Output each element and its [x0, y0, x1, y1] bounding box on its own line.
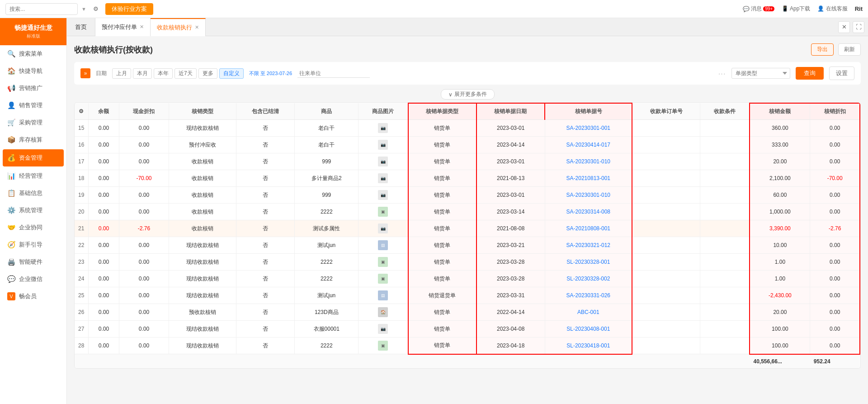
service-icon: 👤	[817, 5, 824, 12]
bill-no-link[interactable]: SA-20210808-001	[566, 225, 610, 232]
date-btn-more[interactable]: 更多	[198, 68, 217, 79]
nav-item-inventory[interactable]: 📦 库存核算	[0, 131, 66, 148]
tab-writeoff[interactable]: 收款核销执行 ✕	[151, 18, 206, 36]
export-btn[interactable]: 导出	[811, 43, 834, 56]
tab-close-btn[interactable]: ✕	[838, 21, 850, 33]
bill-no-link[interactable]: SA-20230314-008	[566, 209, 610, 215]
bill-no-link[interactable]: SA-20230301-010	[566, 158, 610, 165]
tab-expand-btn[interactable]: ⛶	[853, 21, 864, 33]
marketing-icon: 📢	[7, 84, 15, 92]
nav-item-system[interactable]: ⚙️ 系统管理	[0, 202, 66, 219]
expand-more-btn[interactable]: ∨ 展开更多条件	[441, 89, 495, 100]
logo-area: 畅捷通好生意 标准版	[0, 18, 66, 45]
th-amount: 核销金额	[750, 103, 810, 120]
member-icon: V	[7, 292, 15, 300]
refresh-btn[interactable]: 刷新	[838, 43, 861, 56]
cell-img: 🏠	[359, 304, 408, 321]
nav-item-member[interactable]: V 畅会员	[0, 288, 66, 305]
type-select[interactable]: 单据类型	[731, 68, 790, 79]
th-settings: ⚙	[75, 103, 88, 120]
search-input[interactable]	[5, 3, 78, 15]
table-header: ⚙ 余额 现金折扣 核销类型 包含已结清 商品 商品图片 核销单据类型 核销单据…	[75, 103, 860, 120]
cell-writeoff: 0.00	[810, 153, 860, 170]
cell-balance: 0.00	[88, 204, 119, 220]
cell-bill-no: SA-20210808-001	[545, 220, 632, 237]
nav-item-marketing[interactable]: 📢 营销推广	[0, 80, 66, 97]
nav-item-sales[interactable]: 👤 销售管理	[0, 97, 66, 114]
industry-btn[interactable]: 休验行业方案	[105, 3, 153, 15]
nav-item-basic[interactable]: 📋 基础信息	[0, 185, 66, 202]
cell-settled: 否	[236, 137, 295, 153]
cell-bill-no: SA-20230301-001	[545, 120, 632, 137]
date-btn-last-month[interactable]: 上月	[112, 68, 131, 79]
cell-balance: 0.00	[88, 187, 119, 204]
unit-input[interactable]	[297, 69, 370, 78]
footer-spacer	[295, 354, 750, 368]
bill-no-link[interactable]: SA-20210813-001	[566, 175, 610, 181]
nav-item-purchase[interactable]: 🛒 采购管理	[0, 114, 66, 131]
online-service[interactable]: 👤 在线客服	[817, 5, 847, 13]
bill-no-link[interactable]: SA-20230301-010	[566, 192, 610, 198]
cell-product: 2222	[295, 204, 359, 220]
tab-prepay[interactable]: 预付冲应付单 ✕	[95, 18, 151, 36]
cell-bill-date: 2023-04-14	[476, 137, 545, 153]
nav-label-wechat: 企业微信	[19, 275, 42, 283]
cell-amount: 100.00	[750, 321, 810, 337]
nav-label-member: 畅会员	[19, 292, 37, 300]
tab-home[interactable]: 首页	[67, 18, 95, 36]
tab-prepay-close[interactable]: ✕	[140, 24, 144, 30]
tab-writeoff-close[interactable]: ✕	[195, 24, 199, 30]
bill-no-link[interactable]: SA-20230331-026	[566, 292, 610, 299]
cell-discount: -2.76	[119, 220, 169, 237]
gear-icon[interactable]: ⚙	[90, 3, 102, 15]
bill-no-link[interactable]: SL-20230328-001	[566, 259, 610, 265]
cell-balance: 0.00	[88, 321, 119, 337]
bill-no-link[interactable]: SA-20230321-012	[566, 242, 610, 248]
app-download[interactable]: 📱 App下载	[782, 5, 810, 13]
nav-item-management[interactable]: 📊 经营管理	[0, 167, 66, 185]
date-btn-7days[interactable]: 近7天	[175, 68, 197, 79]
bill-no-link[interactable]: SA-20230301-001	[566, 125, 610, 131]
nav-item-search[interactable]: 🔍 搜索菜单	[0, 45, 66, 62]
bill-no-link[interactable]: SL-20230418-001	[566, 342, 610, 349]
user-name[interactable]: Rit	[855, 5, 863, 12]
bill-no-link[interactable]: SL-20230408-001	[566, 326, 610, 332]
cell-balance: 0.00	[88, 220, 119, 237]
nav-item-finance[interactable]: 💰 资金管理	[3, 149, 64, 166]
nav-item-shortcuts[interactable]: 🏠 快捷导航	[0, 62, 66, 80]
cell-amount: 10.00	[750, 237, 810, 254]
cell-bill-type: 销货单	[408, 220, 476, 237]
nav-item-wechat[interactable]: 💬 企业微信	[0, 271, 66, 288]
cell-img: ▣	[359, 254, 408, 271]
dropdown-chevron[interactable]: ▼	[81, 6, 86, 12]
nav-item-collab[interactable]: 🤝 企业协同	[0, 219, 66, 236]
date-btn-custom[interactable]: 自定义	[219, 68, 244, 79]
wechat-icon: 💬	[7, 275, 15, 283]
bill-no-link[interactable]: SL-20230328-002	[566, 276, 610, 282]
footer-total-writeoff: 952.24	[810, 354, 860, 368]
date-btn-this-year[interactable]: 本年	[154, 68, 173, 79]
message-area[interactable]: 💬 消息 99+	[743, 5, 774, 13]
cell-writeoff: 0.00	[810, 271, 860, 287]
bill-no-link[interactable]: ABC-001	[577, 309, 599, 315]
nav-label-search: 搜索菜单	[19, 50, 42, 58]
bill-no-link[interactable]: SA-20230414-017	[566, 142, 610, 148]
system-icon: ⚙️	[7, 206, 15, 214]
cell-type: 收款核销	[169, 187, 236, 204]
settings-btn[interactable]: 设置	[829, 67, 854, 80]
filter-expand-btn[interactable]: »	[80, 68, 90, 78]
table-row: 18 0.00 -70.00 收款核销 否 多计量商品2 📷 销货单 2021-…	[75, 170, 860, 187]
cell-bill-type: 销货单	[408, 170, 476, 187]
nav-item-guide[interactable]: 🧭 新手引导	[0, 236, 66, 253]
top-bar: ▼ ⚙ 休验行业方案 💬 消息 99+ 📱 App下载 👤 在线客服 Rit	[0, 0, 868, 18]
cell-order-no	[632, 120, 700, 137]
cell-order-no	[632, 170, 700, 187]
date-btn-this-month[interactable]: 本月	[133, 68, 152, 79]
filter-dots: ···	[718, 70, 726, 77]
nav-item-hardware[interactable]: 🖨️ 智能硬件	[0, 253, 66, 271]
page-title-actions: 导出 刷新	[811, 43, 861, 56]
cell-bill-no: SL-20230328-001	[545, 254, 632, 271]
query-btn[interactable]: 查询	[796, 67, 824, 80]
cell-product: 2222	[295, 337, 359, 354]
settings-icon[interactable]: ⚙	[79, 108, 84, 114]
